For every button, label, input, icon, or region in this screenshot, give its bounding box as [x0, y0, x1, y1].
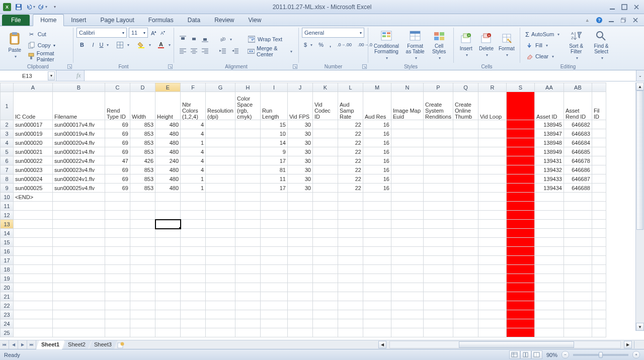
cell-D24[interactable]	[130, 319, 155, 328]
cell-AB3[interactable]: 646683	[564, 129, 592, 138]
cell-Q6[interactable]	[453, 156, 478, 165]
cell-A19[interactable]	[14, 274, 53, 283]
cell-L4[interactable]: 22	[338, 138, 363, 147]
col-header-Q[interactable]: Q	[453, 83, 478, 92]
cell-N11[interactable]	[391, 202, 423, 211]
cell-J12[interactable]	[287, 211, 312, 220]
cell-D18[interactable]	[130, 265, 155, 274]
cell-D11[interactable]	[130, 202, 155, 211]
cell-G9[interactable]	[206, 184, 235, 193]
cell-L19[interactable]	[338, 274, 363, 283]
cell-M25[interactable]	[363, 328, 391, 337]
fill-button[interactable]: Fill	[523, 40, 561, 50]
cell-G1[interactable]: Resolution (dpi)	[206, 92, 235, 120]
cell-F23[interactable]	[181, 310, 206, 319]
cell-E2[interactable]: 480	[155, 120, 181, 129]
cell-Q20[interactable]	[453, 283, 478, 292]
cell-F12[interactable]	[181, 211, 206, 220]
cell-P19[interactable]	[423, 274, 453, 283]
cell-C12[interactable]	[105, 211, 130, 220]
col-header-S[interactable]: S	[506, 83, 534, 92]
row-header-5[interactable]: 5	[1, 147, 14, 156]
cell-I12[interactable]	[260, 211, 287, 220]
cell-J8[interactable]: 30	[287, 174, 312, 184]
clear-button[interactable]: Clear	[523, 51, 561, 61]
cell-J2[interactable]: 30	[287, 120, 312, 129]
cell-L3[interactable]: 22	[338, 129, 363, 138]
cell-K6[interactable]	[312, 156, 338, 165]
fill-color-button[interactable]	[135, 40, 153, 50]
cell-G8[interactable]	[206, 174, 235, 184]
cell-M21[interactable]	[363, 292, 391, 301]
cell-D14[interactable]	[130, 229, 155, 238]
cell-F25[interactable]	[181, 328, 206, 337]
new-sheet-button[interactable]	[115, 341, 126, 348]
cell-Q4[interactable]	[453, 138, 478, 147]
cell-D23[interactable]	[130, 310, 155, 319]
cell-D2[interactable]: 853	[130, 120, 155, 129]
cell-P18[interactable]	[423, 265, 453, 274]
cell-F8[interactable]: 1	[181, 174, 206, 184]
cell-F16[interactable]	[181, 247, 206, 256]
cell-K3[interactable]	[312, 129, 338, 138]
cell-P23[interactable]	[423, 310, 453, 319]
cell-E20[interactable]	[155, 283, 181, 292]
col-header-H[interactable]: H	[235, 83, 260, 92]
cell-partial-5[interactable]	[592, 147, 606, 156]
cell-AA22[interactable]	[534, 301, 564, 310]
cell-Q21[interactable]	[453, 292, 478, 301]
cell-I14[interactable]	[260, 229, 287, 238]
shrink-font-button[interactable]: A▾	[159, 28, 166, 38]
cell-C10[interactable]	[105, 193, 130, 202]
excel-icon[interactable]: X	[3, 3, 11, 11]
cell-I11[interactable]	[260, 202, 287, 211]
cell-S19[interactable]	[506, 274, 534, 283]
merge-center-button[interactable]: Merge & Center	[246, 46, 294, 56]
cell-C19[interactable]	[105, 274, 130, 283]
cell-K7[interactable]	[312, 165, 338, 174]
cell-I19[interactable]	[260, 274, 287, 283]
cell-C17[interactable]	[105, 256, 130, 265]
cell-M11[interactable]	[363, 202, 391, 211]
cell-S7[interactable]	[506, 165, 534, 174]
cell-C23[interactable]	[105, 310, 130, 319]
cell-L18[interactable]	[338, 265, 363, 274]
cell-A6[interactable]: sun000022	[14, 156, 53, 165]
format-painter-button[interactable]: Format Painter	[26, 51, 69, 61]
cell-AA24[interactable]	[534, 319, 564, 328]
cell-B17[interactable]	[53, 256, 105, 265]
cell-M22[interactable]	[363, 301, 391, 310]
cell-E5[interactable]: 480	[155, 147, 181, 156]
cell-I23[interactable]	[260, 310, 287, 319]
cell-E18[interactable]	[155, 265, 181, 274]
cell-K10[interactable]	[312, 193, 338, 202]
cell-L11[interactable]	[338, 202, 363, 211]
cell-partial-4[interactable]	[592, 138, 606, 147]
cell-S6[interactable]	[506, 156, 534, 165]
cell-H9[interactable]	[235, 184, 260, 193]
cell-M8[interactable]: 16	[363, 174, 391, 184]
cell-K16[interactable]	[312, 247, 338, 256]
row-header-9[interactable]: 9	[1, 184, 14, 193]
cell-J14[interactable]	[287, 229, 312, 238]
tab-review[interactable]: Review	[207, 15, 241, 26]
font-size-select[interactable]: 11▾	[129, 28, 148, 38]
qat-customize-icon[interactable]: ▾	[50, 3, 59, 12]
col-header-D[interactable]: D	[130, 83, 155, 92]
row-header-22[interactable]: 22	[1, 301, 14, 310]
cell-Q13[interactable]	[453, 220, 478, 229]
cell-P22[interactable]	[423, 301, 453, 310]
cell-G4[interactable]	[206, 138, 235, 147]
cell-R1[interactable]: Vid Loop	[478, 92, 506, 120]
cell-C11[interactable]	[105, 202, 130, 211]
cell-F17[interactable]	[181, 256, 206, 265]
cell-C24[interactable]	[105, 319, 130, 328]
cell-F13[interactable]	[181, 220, 206, 229]
cell-AA5[interactable]: 138949	[534, 147, 564, 156]
format-cells-button[interactable]: Format	[498, 32, 516, 59]
cell-R19[interactable]	[478, 274, 506, 283]
cell-N7[interactable]	[391, 165, 423, 174]
cell-S16[interactable]	[506, 247, 534, 256]
cell-AA18[interactable]	[534, 265, 564, 274]
cell-B22[interactable]	[53, 301, 105, 310]
